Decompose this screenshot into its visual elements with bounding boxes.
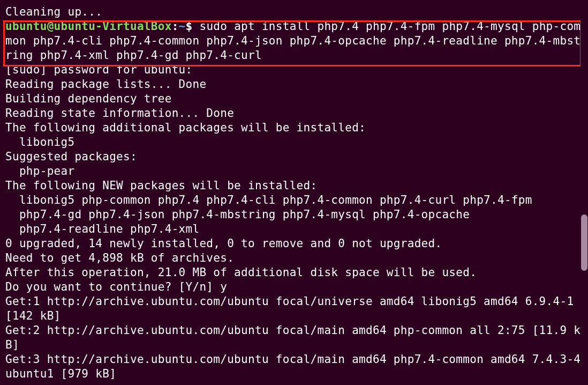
output-line: Get:1 http://archive.ubuntu.com/ubuntu f… [5, 295, 581, 322]
output-line: php7.4-readline php7.4-xml [5, 223, 199, 235]
scrollbar-track[interactable] [581, 0, 588, 385]
output-line: Need to get 4,898 kB of archives. [5, 251, 234, 264]
output-line: Reading package lists... Done [5, 78, 206, 91]
output-line: Get:2 http://archive.ubuntu.com/ubuntu f… [5, 324, 581, 351]
prompt-symbol: $ [186, 20, 193, 33]
output-line: php-pear [5, 165, 74, 177]
output-line: [sudo] password for ubuntu: [5, 63, 192, 76]
output-line: Get:3 http://archive.ubuntu.com/ubuntu f… [5, 353, 581, 380]
output-line: Building dependency tree [5, 92, 172, 105]
scrollbar-thumb[interactable] [581, 214, 587, 271]
output-line: libonig5 php-common php7.4 php7.4-cli ph… [5, 194, 532, 206]
output-line: php7.4-gd php7.4-json php7.4-mbstring ph… [5, 208, 470, 221]
output-line: The following NEW packages will be insta… [5, 179, 317, 192]
output-line: After this operation, 21.0 MB of additio… [5, 266, 477, 279]
output-line: libonig5 [5, 136, 74, 149]
terminal[interactable]: Cleaning up... ubuntu@ubuntu-VirtualBox:… [5, 5, 583, 381]
prompt-user: ubuntu@ubuntu-VirtualBox [5, 20, 172, 33]
output-line: Do you want to continue? [Y/n] y [5, 280, 227, 293]
output-line: Reading state information... Done [5, 107, 234, 120]
prompt-colon: : [172, 20, 179, 33]
prompt-path: ~ [179, 20, 186, 33]
output-line: Cleaning up... [5, 5, 102, 18]
output-line: 0 upgraded, 14 newly installed, 0 to rem… [5, 237, 442, 250]
output-line: The following additional packages will b… [5, 121, 366, 134]
output-line: Suggested packages: [5, 150, 137, 163]
